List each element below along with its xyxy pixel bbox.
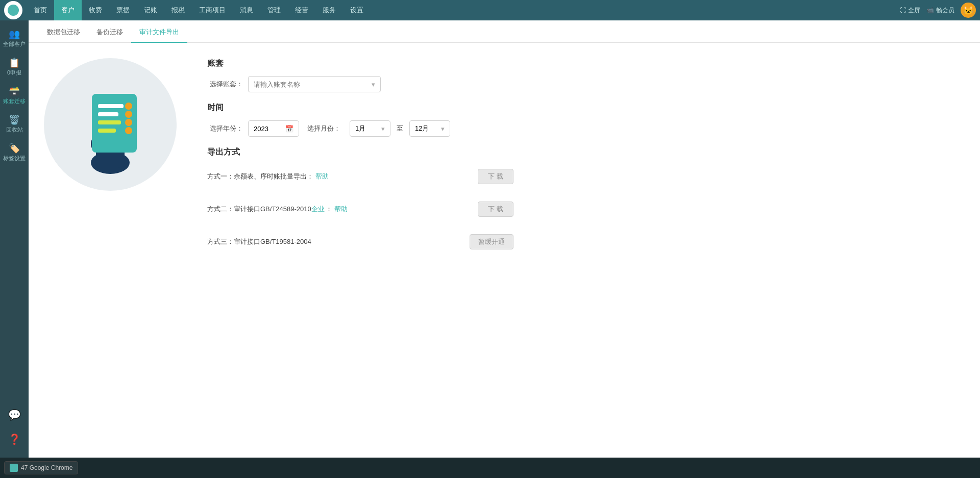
account-text-input[interactable] bbox=[254, 81, 372, 88]
nav-message[interactable]: 消息 bbox=[233, 0, 260, 20]
nav-items: 首页 客户 收费 票据 记账 报税 工商项目 消息 管理 经营 服务 设置 bbox=[27, 0, 900, 20]
year-input[interactable]: 2023 📅 bbox=[248, 120, 299, 137]
method-2-label: 方式二：审计接口GB/T24589-2010企业：帮助 bbox=[207, 205, 348, 214]
illustration-svg bbox=[69, 73, 151, 175]
sidebar-item-all-clients[interactable]: 👥 全部客户 bbox=[0, 24, 29, 53]
svg-point-15 bbox=[125, 127, 132, 134]
nav-manage[interactable]: 管理 bbox=[260, 0, 288, 20]
to-separator: 至 bbox=[397, 124, 403, 133]
export-method-1: 方式一：余额表、序时账批量导出：帮助 下 载 bbox=[207, 165, 513, 188]
form-area: 账套 选择账套： ▾ 时间 选择年份： bbox=[207, 58, 513, 263]
month-chevron-icon: ▾ bbox=[381, 125, 385, 133]
nav-settings[interactable]: 设置 bbox=[343, 0, 371, 20]
nav-business[interactable]: 工商项目 bbox=[192, 0, 233, 20]
start-month-select[interactable]: 1月 ▾ bbox=[350, 120, 390, 137]
nav-bookkeeping[interactable]: 记账 bbox=[137, 0, 164, 20]
tab-backup-migrate[interactable]: 备份迁移 bbox=[88, 22, 131, 43]
tag-settings-icon: 🏷️ bbox=[9, 144, 20, 153]
sidebar-item-tag-settings[interactable]: 🏷️ 标签设置 bbox=[0, 139, 29, 167]
user-avatar[interactable]: 🐱 bbox=[961, 3, 976, 18]
page-content: 账套 选择账套： ▾ 时间 选择年份： bbox=[29, 43, 980, 458]
tab-audit-export[interactable]: 审计文件导出 bbox=[131, 22, 187, 43]
svg-point-12 bbox=[125, 103, 132, 110]
sidebar-label-tag-settings: 标签设置 bbox=[3, 155, 26, 162]
fullscreen-label: 全屏 bbox=[908, 6, 920, 15]
export-section-title: 导出方式 bbox=[207, 147, 513, 158]
sidebar-item-recycle[interactable]: 🗑️ 回收站 bbox=[0, 110, 29, 139]
end-month-select[interactable]: 12月 ▾ bbox=[409, 120, 450, 137]
zero-declare-icon: 📋 bbox=[9, 58, 20, 67]
content-area: 数据包迁移 备份迁移 审计文件导出 bbox=[29, 20, 980, 458]
nav-invoice[interactable]: 票据 bbox=[109, 0, 137, 20]
chat-icon[interactable]: 💬 bbox=[8, 405, 21, 425]
nav-fee[interactable]: 收费 bbox=[82, 0, 109, 20]
tab-data-migrate[interactable]: 数据包迁移 bbox=[39, 22, 88, 43]
export-method-2: 方式二：审计接口GB/T24589-2010企业：帮助 下 载 bbox=[207, 197, 513, 221]
nav-operations[interactable]: 经营 bbox=[288, 0, 315, 20]
method-row-3: 方式三：审计接口GB/T19581-2004 暂缓开通 bbox=[207, 230, 513, 254]
sidebar-item-zero-declare[interactable]: 📋 0申报 bbox=[0, 53, 29, 82]
account-form-row: 选择账套： ▾ bbox=[207, 76, 513, 92]
tab-bar: 数据包迁移 备份迁移 审计文件导出 bbox=[29, 20, 980, 43]
svg-rect-9 bbox=[98, 112, 118, 116]
method-1-help-link[interactable]: 帮助 bbox=[315, 172, 329, 180]
taskbar-chrome-label: 47 Google Chrome bbox=[21, 464, 72, 471]
sidebar-label-all-clients: 全部客户 bbox=[3, 40, 26, 48]
time-form-row: 选择年份： 2023 📅 选择月份： 1月 ▾ bbox=[207, 120, 513, 137]
member-label: 畅会员 bbox=[936, 6, 954, 15]
nav-tax[interactable]: 报税 bbox=[164, 0, 192, 20]
method-3-label: 方式三：审计接口GB/T19581-2004 bbox=[207, 237, 311, 246]
export-method-3: 方式三：审计接口GB/T19581-2004 暂缓开通 bbox=[207, 230, 513, 254]
recycle-icon: 🗑️ bbox=[9, 115, 20, 124]
account-section-title: 账套 bbox=[207, 58, 513, 69]
video-icon: 📹 bbox=[926, 7, 934, 14]
content-wrapper: 账套 选择账套： ▾ 时间 选择年份： bbox=[44, 58, 965, 263]
fullscreen-icon: ⛶ bbox=[900, 7, 906, 14]
method-3-open-button[interactable]: 暂缓开通 bbox=[470, 234, 513, 249]
nav-service[interactable]: 服务 bbox=[315, 0, 343, 20]
all-clients-icon: 👥 bbox=[9, 30, 20, 39]
main-layout: 👥 全部客户 📋 0申报 🗃️ 账套迁移 🗑️ 回收站 🏷️ 标签设置 💬 ❓ … bbox=[0, 20, 980, 458]
year-value: 2023 bbox=[254, 125, 268, 133]
chrome-icon bbox=[10, 464, 18, 472]
help-icon[interactable]: ❓ bbox=[8, 429, 21, 449]
method-2-download-button[interactable]: 下 载 bbox=[478, 202, 513, 217]
member-button[interactable]: 📹 畅会员 bbox=[926, 6, 954, 15]
svg-rect-8 bbox=[98, 104, 124, 108]
nav-client[interactable]: 客户 bbox=[54, 0, 82, 20]
time-section-title: 时间 bbox=[207, 103, 513, 113]
chevron-down-icon: ▾ bbox=[372, 81, 375, 88]
time-row: 2023 📅 选择月份： 1月 ▾ 至 12月 bbox=[248, 120, 450, 137]
year-label: 选择年份： bbox=[207, 124, 243, 133]
method-1-label: 方式一：余额表、序时账批量导出：帮助 bbox=[207, 172, 329, 181]
svg-rect-11 bbox=[98, 129, 116, 133]
taskbar: 47 Google Chrome bbox=[0, 458, 980, 478]
method-1-download-button[interactable]: 下 载 bbox=[478, 169, 513, 184]
sidebar-item-account-migrate[interactable]: 🗃️ 账套迁移 bbox=[0, 82, 29, 110]
month-label: 选择月份： bbox=[307, 124, 340, 133]
taskbar-chrome-item[interactable]: 47 Google Chrome bbox=[4, 461, 78, 474]
logo[interactable] bbox=[4, 1, 22, 19]
method-row-2: 方式二：审计接口GB/T24589-2010企业：帮助 下 载 bbox=[207, 197, 513, 221]
method-2-enterprise: 企业 bbox=[311, 205, 325, 213]
account-migrate-icon: 🗃️ bbox=[9, 87, 20, 96]
account-select-input[interactable]: ▾ bbox=[248, 76, 381, 92]
end-month-value: 12月 bbox=[415, 124, 429, 133]
sidebar: 👥 全部客户 📋 0申报 🗃️ 账套迁移 🗑️ 回收站 🏷️ 标签设置 💬 ❓ bbox=[0, 20, 29, 458]
sidebar-bottom: 💬 ❓ bbox=[8, 405, 21, 458]
sidebar-label-account-migrate: 账套迁移 bbox=[3, 97, 26, 105]
right-actions: ⛶ 全屏 📹 畅会员 🐱 bbox=[900, 3, 976, 18]
end-month-chevron-icon: ▾ bbox=[441, 125, 445, 133]
illustration bbox=[44, 58, 177, 191]
account-select-label: 选择账套： bbox=[207, 80, 243, 89]
sidebar-label-zero-declare: 0申报 bbox=[7, 69, 21, 77]
method-row-1: 方式一：余额表、序时账批量导出：帮助 下 载 bbox=[207, 165, 513, 188]
sidebar-label-recycle: 回收站 bbox=[6, 126, 23, 134]
fullscreen-button[interactable]: ⛶ 全屏 bbox=[900, 6, 920, 15]
svg-point-14 bbox=[125, 119, 132, 126]
svg-point-13 bbox=[125, 111, 132, 118]
calendar-icon: 📅 bbox=[285, 125, 293, 133]
nav-home[interactable]: 首页 bbox=[27, 0, 54, 20]
method-2-help-link[interactable]: 帮助 bbox=[334, 205, 348, 213]
start-month-value: 1月 bbox=[355, 124, 365, 133]
